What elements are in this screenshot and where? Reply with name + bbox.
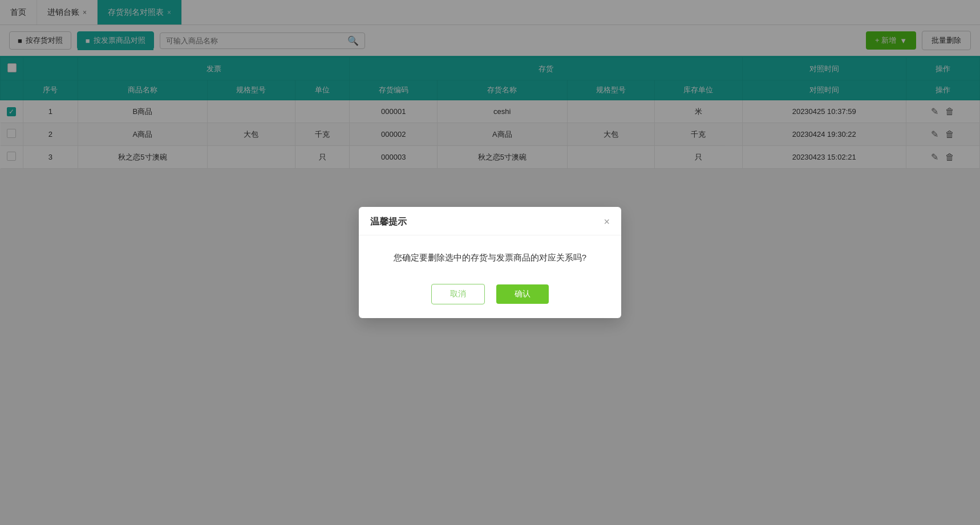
overlay: 温馨提示 × 您确定要删除选中的存货与发票商品的对应关系吗? 取消 确认: [0, 0, 980, 169]
